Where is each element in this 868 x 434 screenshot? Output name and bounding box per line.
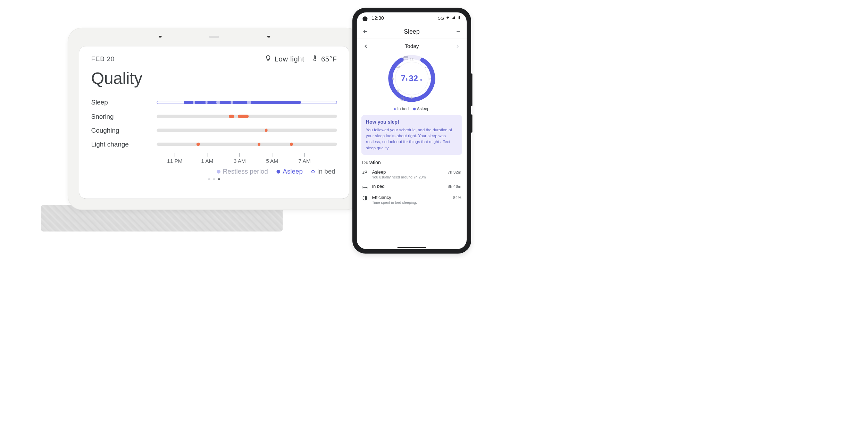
stat-row-asleep[interactable]: Asleep You usually need around 7h 20m 7h… [357,168,467,182]
status-network-label: 5G [438,16,444,21]
nest-hub-frame: FEB 20 Low light 65°F [68,28,361,210]
home-indicator[interactable] [398,247,426,248]
bed-icon [362,184,368,191]
ring-legend: In bed Asleep [357,106,467,111]
phone-frame: 12:30 5G Sleep [352,8,471,253]
hub-date-label: FEB 20 [91,55,115,63]
stat-inbed-value: 8h 46m [448,184,461,189]
hub-light-metric: Low light [265,55,304,64]
card-title: How you slept [366,119,458,125]
svg-rect-0 [459,16,460,19]
timeline-legend: Restless period Asleep In bed [91,168,337,175]
sleep-zzz-icon [362,170,368,177]
bulb-icon [265,55,272,64]
prev-day-button[interactable] [363,43,369,49]
duration-heading: Duration [362,160,461,166]
next-day-button[interactable] [455,43,461,49]
sleep-duration-value: 7h32m [401,74,423,83]
card-body: You followed your schedule, and the dura… [366,127,458,151]
row-label-light: Light change [91,140,157,148]
battery-icon [457,16,461,21]
hub-temp-metric: 65°F [311,55,337,64]
coughing-track [157,129,337,132]
overflow-menu-button[interactable] [454,27,462,36]
stat-row-efficiency[interactable]: Efficiency Time spent in bed sleeping. 8… [357,193,467,207]
sleep-ring-chart: 12 2 3 4 6 8 9 10 [357,52,467,105]
hub-sensor-strip [68,36,361,38]
sleep-timeline-chart: Sleep Snoring [91,97,337,180]
stat-row-inbed[interactable]: In bed 8h 46m [357,182,467,193]
thermometer-icon [311,55,318,64]
phone-screen: 12:30 5G Sleep [357,12,467,249]
phone-power-button [471,114,473,133]
signal-icon [451,16,456,21]
hub-light-label: Low light [275,55,304,63]
row-label-sleep: Sleep [91,99,157,106]
hub-pager[interactable] [91,178,337,180]
appbar-title: Sleep [357,28,467,35]
light-track [157,143,337,146]
stat-asleep-value: 7h 32m [448,170,461,175]
sleep-track [157,101,337,104]
hub-page-title: Quality [91,69,337,88]
wifi-icon [446,16,450,21]
row-label-snoring: Snoring [91,112,157,120]
phone-status-bar: 12:30 5G [357,12,467,24]
efficiency-icon [362,195,368,202]
phone-volume-button [471,73,473,106]
snoring-track [157,115,337,118]
row-label-coughing: Coughing [91,126,157,134]
timeline-axis: 11 PM 1 AM 3 AM 5 AM 7 AM [157,153,337,165]
hub-screen: FEB 20 Low light 65°F [79,46,349,199]
status-time: 12:30 [372,15,384,21]
sleep-insight-card[interactable]: How you slept You followed your schedule… [361,115,462,155]
phone-appbar: Sleep [357,24,467,39]
back-button[interactable] [361,27,370,36]
stat-eff-value: 84% [453,195,461,200]
hub-temp-label: 65°F [321,55,337,63]
date-label: Today [404,43,419,49]
svg-rect-1 [459,16,460,16]
